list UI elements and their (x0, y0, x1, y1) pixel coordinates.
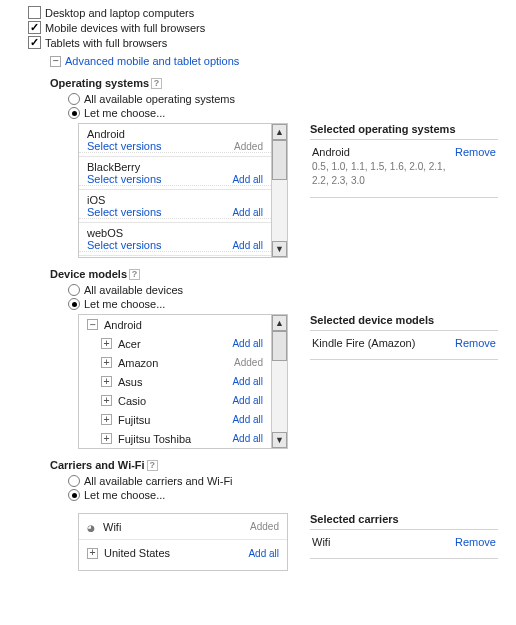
dev-choose-radio[interactable] (68, 298, 80, 310)
os-item-versions[interactable]: Select versions (87, 206, 162, 218)
dev-section-title: Device models (50, 268, 127, 280)
dev-item-name[interactable]: Casio (118, 395, 146, 407)
os-choose-label: Let me choose... (84, 107, 165, 119)
car-all-radio[interactable] (68, 475, 80, 487)
expand-icon[interactable]: + (101, 433, 112, 444)
os-all-radio[interactable] (68, 93, 80, 105)
car-help-icon[interactable]: ? (147, 460, 158, 471)
tablet-label: Tablets with full browsers (45, 37, 167, 49)
dev-root-name[interactable]: Android (104, 319, 142, 331)
os-list: Android Select versionsAdded BlackBerry … (78, 123, 288, 258)
car-item-action[interactable]: Add all (248, 548, 279, 559)
dev-item-action[interactable]: Add all (232, 433, 263, 444)
expand-icon[interactable]: + (101, 395, 112, 406)
os-selected-detail: 0.5, 1.0, 1.1, 1.5, 1.6, 2.0, 2.1, 2.2, … (312, 160, 449, 187)
car-section-title: Carriers and Wi-Fi (50, 459, 145, 471)
dev-scrollbar[interactable]: ▲ ▼ (271, 315, 287, 448)
dev-remove-link[interactable]: Remove (455, 337, 496, 349)
scroll-thumb[interactable] (272, 331, 287, 361)
dev-item-name[interactable]: Asus (118, 376, 142, 388)
car-selected-name: Wifi (312, 536, 449, 548)
scroll-up-icon[interactable]: ▲ (272, 124, 287, 140)
os-item-versions[interactable]: Select versions (87, 239, 162, 251)
dev-help-icon[interactable]: ? (129, 269, 140, 280)
car-remove-link[interactable]: Remove (455, 536, 496, 548)
desktop-label: Desktop and laptop computers (45, 7, 194, 19)
os-help-icon[interactable]: ? (151, 78, 162, 89)
car-choose-radio[interactable] (68, 489, 80, 501)
os-item-name[interactable]: Android (87, 128, 263, 140)
advanced-options-link[interactable]: Advanced mobile and tablet options (65, 55, 239, 67)
car-item-name[interactable]: United States (104, 547, 170, 559)
os-item-action[interactable]: Add all (232, 240, 263, 251)
os-selected-name: Android (312, 146, 449, 158)
os-selected-header: Selected operating systems (310, 123, 498, 135)
car-list: Wifi Added + United States Add all (78, 513, 288, 571)
dev-item-name[interactable]: Acer (118, 338, 141, 350)
expand-icon[interactable]: + (101, 414, 112, 425)
os-item-name[interactable]: BlackBerry (87, 161, 263, 173)
dev-all-label: All available devices (84, 284, 183, 296)
os-item-name[interactable]: iOS (87, 194, 263, 206)
car-selected-header: Selected carriers (310, 513, 498, 525)
os-item-action[interactable]: Add all (232, 174, 263, 185)
dev-selected-header: Selected device models (310, 314, 498, 326)
os-item-versions[interactable]: Select versions (87, 140, 162, 152)
dev-item-name[interactable]: Fujitsu Toshiba (118, 433, 191, 445)
tablet-checkbox[interactable] (28, 36, 41, 49)
os-item-name[interactable]: webOS (87, 227, 263, 239)
os-remove-link[interactable]: Remove (455, 146, 496, 158)
os-item-versions[interactable]: Select versions (87, 173, 162, 185)
scroll-down-icon[interactable]: ▼ (272, 432, 287, 448)
dev-selected-name: Kindle Fire (Amazon) (312, 337, 449, 349)
desktop-checkbox[interactable] (28, 6, 41, 19)
expand-icon[interactable]: + (101, 338, 112, 349)
dev-item-name[interactable]: Amazon (118, 357, 158, 369)
car-item-name[interactable]: Wifi (103, 521, 121, 533)
dev-item-name[interactable]: Fujitsu (118, 414, 150, 426)
os-section-title: Operating systems (50, 77, 149, 89)
os-choose-radio[interactable] (68, 107, 80, 119)
dev-item-action[interactable]: Add all (232, 414, 263, 425)
mobile-checkbox[interactable] (28, 21, 41, 34)
os-item-action[interactable]: Add all (232, 207, 263, 218)
expand-icon[interactable]: + (101, 357, 112, 368)
dev-item-action[interactable]: Add all (232, 338, 263, 349)
dev-list: − Android +AcerAdd all +AmazonAdded +Asu… (78, 314, 288, 449)
expand-icon[interactable]: + (101, 376, 112, 387)
scroll-down-icon[interactable]: ▼ (272, 241, 287, 257)
wifi-icon (87, 521, 97, 533)
dev-choose-label: Let me choose... (84, 298, 165, 310)
advanced-collapse-icon[interactable]: − (50, 56, 61, 67)
car-choose-label: Let me choose... (84, 489, 165, 501)
dev-item-action: Added (234, 357, 263, 368)
dev-all-radio[interactable] (68, 284, 80, 296)
car-item-action: Added (250, 521, 279, 532)
dev-item-action[interactable]: Add all (232, 376, 263, 387)
mobile-label: Mobile devices with full browsers (45, 22, 205, 34)
dev-root-collapse-icon[interactable]: − (87, 319, 98, 330)
os-scrollbar[interactable]: ▲ ▼ (271, 124, 287, 257)
expand-icon[interactable]: + (87, 548, 98, 559)
dev-item-action[interactable]: Add all (232, 395, 263, 406)
car-all-label: All available carriers and Wi-Fi (84, 475, 233, 487)
os-all-label: All available operating systems (84, 93, 235, 105)
scroll-up-icon[interactable]: ▲ (272, 315, 287, 331)
scroll-thumb[interactable] (272, 140, 287, 180)
os-item-action: Added (234, 141, 263, 152)
